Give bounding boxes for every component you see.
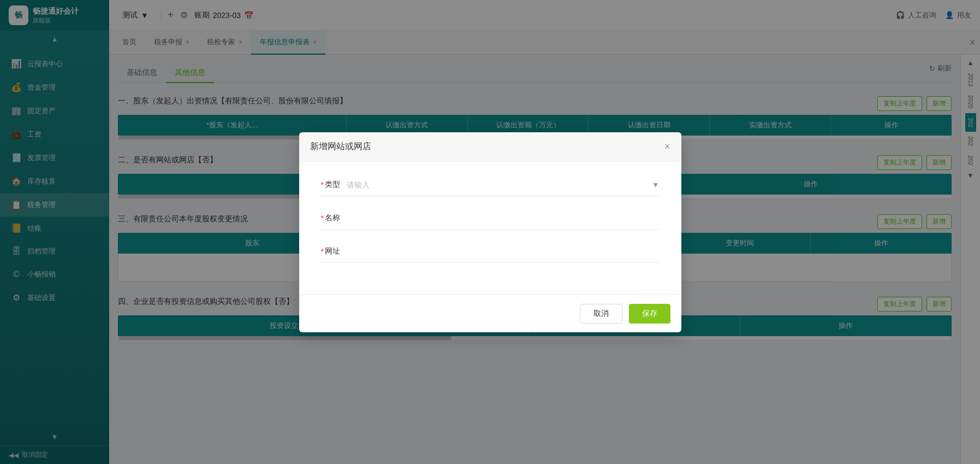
form-field-type: * 类型 ▼ <box>321 178 660 196</box>
form-field-name: * 名称 <box>321 212 660 230</box>
required-marker-type: * <box>321 180 324 189</box>
save-button[interactable]: 保存 <box>629 304 670 324</box>
dialog-close-button[interactable]: × <box>664 141 670 152</box>
name-input[interactable] <box>347 212 660 225</box>
add-website-dialog: 新增网站或网店 × * 类型 ▼ * <box>299 132 681 332</box>
type-dropdown-icon[interactable]: ▼ <box>652 180 660 189</box>
form-label-url: * 网址 <box>321 246 340 256</box>
url-input[interactable] <box>347 245 660 258</box>
form-field-url: * 网址 <box>321 245 660 263</box>
dialog-footer: 取消 保存 <box>299 295 681 332</box>
form-row-url: * 网址 <box>321 245 660 263</box>
form-row-type: * 类型 ▼ <box>321 178 660 196</box>
required-marker-name: * <box>321 214 324 222</box>
type-input[interactable] <box>347 178 645 191</box>
dialog-body: * 类型 ▼ * 名称 <box>299 162 681 295</box>
dialog-overlay: 新增网站或网店 × * 类型 ▼ * <box>0 0 980 464</box>
form-row-name: * 名称 <box>321 212 660 230</box>
cancel-button[interactable]: 取消 <box>580 304 622 324</box>
form-label-name: * 名称 <box>321 213 340 223</box>
required-marker-url: * <box>321 247 324 256</box>
dialog-header: 新增网站或网店 × <box>299 132 681 162</box>
dialog-title: 新增网站或网店 <box>310 141 371 152</box>
form-label-type: * 类型 <box>321 180 340 190</box>
